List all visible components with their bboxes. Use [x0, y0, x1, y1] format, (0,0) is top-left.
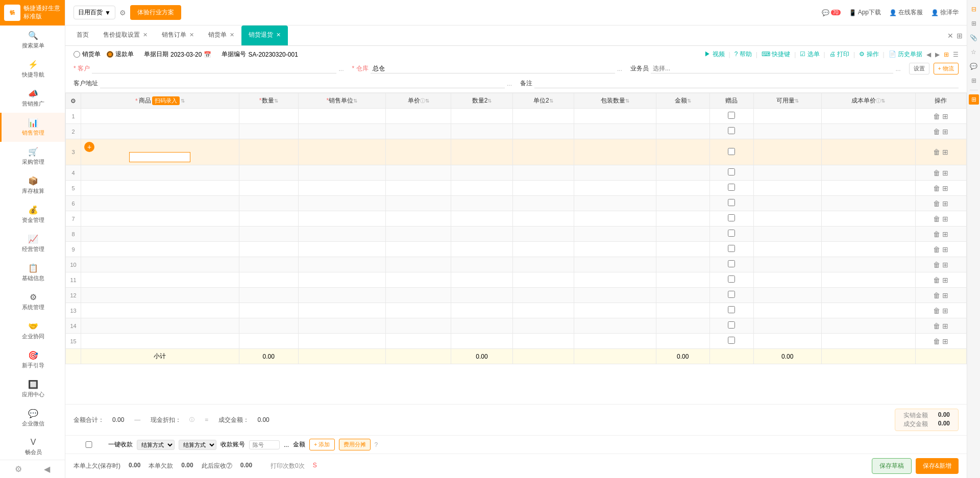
delete-row-icon-5[interactable]: 🗑 — [933, 184, 940, 192]
cell-qty2-12[interactable] — [451, 288, 512, 303]
tab-price-settings[interactable]: 售价提取设置✕ — [96, 26, 155, 45]
tab-close-all-icon[interactable]: ✕ — [947, 32, 953, 40]
cost-price-info-icon[interactable]: ⓘ — [876, 98, 881, 104]
cell-unit-price-5[interactable] — [386, 181, 451, 196]
cell-amount-8[interactable] — [656, 227, 709, 242]
toolbar-video-btn[interactable]: ▶ 视频 — [704, 50, 724, 59]
cell-qty2-14[interactable] — [451, 318, 512, 334]
cell-pack-qty-2[interactable] — [574, 124, 656, 139]
rp-btn-4[interactable]: ☆ — [969, 47, 979, 57]
cell-available-2[interactable] — [753, 124, 821, 139]
sidebar-item-marketing[interactable]: 📣 营销推广 — [0, 84, 65, 113]
copy-row-icon-9[interactable]: ⊞ — [942, 245, 948, 254]
delete-row-icon-7[interactable]: 🗑 — [933, 215, 940, 223]
cell-sales-unit-7[interactable] — [298, 211, 386, 227]
gift-checkbox-5[interactable] — [728, 184, 735, 191]
cell-qty2-15[interactable] — [451, 334, 512, 349]
cell-cost-price-12[interactable] — [821, 288, 915, 303]
cell-amount-9[interactable] — [656, 242, 709, 257]
copy-row-icon-15[interactable]: ⊞ — [942, 337, 948, 345]
cell-gift-12[interactable] — [709, 288, 753, 303]
cell-gift-15[interactable] — [709, 334, 753, 349]
cell-cost-price-8[interactable] — [821, 227, 915, 242]
cell-cost-price-14[interactable] — [821, 318, 915, 334]
calendar-icon[interactable]: 📅 — [204, 51, 211, 58]
cell-product-2[interactable] — [81, 124, 239, 139]
rp-btn-5[interactable]: 💬 — [969, 61, 979, 71]
cell-available-12[interactable] — [753, 288, 821, 303]
cell-available-4[interactable] — [753, 165, 821, 181]
cell-product-4[interactable] — [81, 165, 239, 181]
salesperson-input[interactable] — [651, 64, 893, 73]
cell-qty2-1[interactable] — [451, 109, 512, 124]
cell-quantity-13[interactable] — [239, 303, 298, 318]
sale-bill-radio[interactable]: 销货单 — [74, 50, 101, 59]
sidebar-item-member[interactable]: V 畅会员 — [0, 433, 65, 460]
cell-unit2-7[interactable] — [512, 211, 574, 227]
cell-sales-unit-2[interactable] — [298, 124, 386, 139]
cell-unit2-10[interactable] — [512, 257, 574, 272]
tab-layout-icon[interactable]: ⊞ — [957, 32, 963, 40]
cell-quantity-7[interactable] — [239, 211, 298, 227]
cell-unit-price-11[interactable] — [386, 272, 451, 288]
sidebar-item-enterprise[interactable]: 🤝 企业协同 — [0, 316, 65, 345]
cell-product-15[interactable] — [81, 334, 239, 349]
copy-row-icon-10[interactable]: ⊞ — [942, 261, 948, 269]
gift-checkbox-13[interactable] — [728, 306, 735, 313]
calc-method-select[interactable]: 结算方式 — [179, 440, 216, 450]
cell-unit2-1[interactable] — [512, 109, 574, 124]
gift-checkbox-3[interactable] — [728, 148, 735, 155]
cell-available-6[interactable] — [753, 196, 821, 211]
cell-unit-price-1[interactable] — [386, 109, 451, 124]
cell-unit-price-9[interactable] — [386, 242, 451, 257]
cell-gift-1[interactable] — [709, 109, 753, 124]
unit-price-info-icon[interactable]: ⓘ — [420, 98, 425, 104]
cell-unit-price-10[interactable] — [386, 257, 451, 272]
cell-pack-qty-6[interactable] — [574, 196, 656, 211]
customer-dots[interactable]: ... — [338, 65, 344, 72]
toolbar-prev-icon[interactable]: ◀ — [926, 51, 931, 58]
salesperson-dots[interactable]: ... — [895, 65, 900, 72]
cell-available-3[interactable] — [753, 139, 821, 165]
cell-product-6[interactable] — [81, 196, 239, 211]
cell-sales-unit-10[interactable] — [298, 257, 386, 272]
toolbar-grid-view-icon[interactable]: ⊞ — [944, 51, 949, 58]
cell-unit2-5[interactable] — [512, 181, 574, 196]
cell-quantity-15[interactable] — [239, 334, 298, 349]
cell-amount-4[interactable] — [656, 165, 709, 181]
toolbar-next-icon[interactable]: ▶ — [935, 51, 940, 58]
cell-amount-13[interactable] — [656, 303, 709, 318]
cell-available-9[interactable] — [753, 242, 821, 257]
return-bill-radio[interactable]: 退款单 — [107, 50, 134, 59]
gift-checkbox-10[interactable] — [728, 260, 735, 267]
cell-amount-11[interactable] — [656, 272, 709, 288]
cell-pack-qty-5[interactable] — [574, 181, 656, 196]
cell-unit-price-13[interactable] — [386, 303, 451, 318]
copy-row-icon-5[interactable]: ⊞ — [942, 184, 948, 192]
sidebar-item-search[interactable]: 🔍 搜索菜单 — [0, 26, 65, 55]
cell-qty2-4[interactable] — [451, 165, 512, 181]
rp-btn-2[interactable]: ⊞ — [969, 18, 979, 29]
one-click-payment-checkbox[interactable] — [74, 441, 104, 448]
sidebar-item-apps[interactable]: 🔲 应用中心 — [0, 374, 65, 404]
cell-product-11[interactable] — [81, 272, 239, 288]
cell-product-9[interactable] — [81, 242, 239, 257]
delete-row-icon-6[interactable]: 🗑 — [933, 199, 940, 208]
cell-available-8[interactable] — [753, 227, 821, 242]
cell-pack-qty-3[interactable] — [574, 139, 656, 165]
cell-unit-price-14[interactable] — [386, 318, 451, 334]
toolbar-help-btn[interactable]: ? 帮助 — [734, 50, 752, 59]
account-input[interactable] — [249, 440, 280, 449]
cell-unit2-9[interactable] — [512, 242, 574, 257]
cell-unit-price-4[interactable] — [386, 165, 451, 181]
copy-row-icon-8[interactable]: ⊞ — [942, 230, 948, 238]
cell-amount-14[interactable] — [656, 318, 709, 334]
cell-gift-6[interactable] — [709, 196, 753, 211]
sidebar-item-purchase[interactable]: 🛒 采购管理 — [0, 142, 65, 171]
col-settings[interactable]: ⚙ — [66, 93, 81, 109]
save-new-button[interactable]: 保存&新增 — [916, 458, 959, 474]
cell-gift-2[interactable] — [709, 124, 753, 139]
cell-sales-unit-13[interactable] — [298, 303, 386, 318]
cell-sales-unit-3[interactable] — [298, 139, 386, 165]
cell-quantity-10[interactable] — [239, 257, 298, 272]
